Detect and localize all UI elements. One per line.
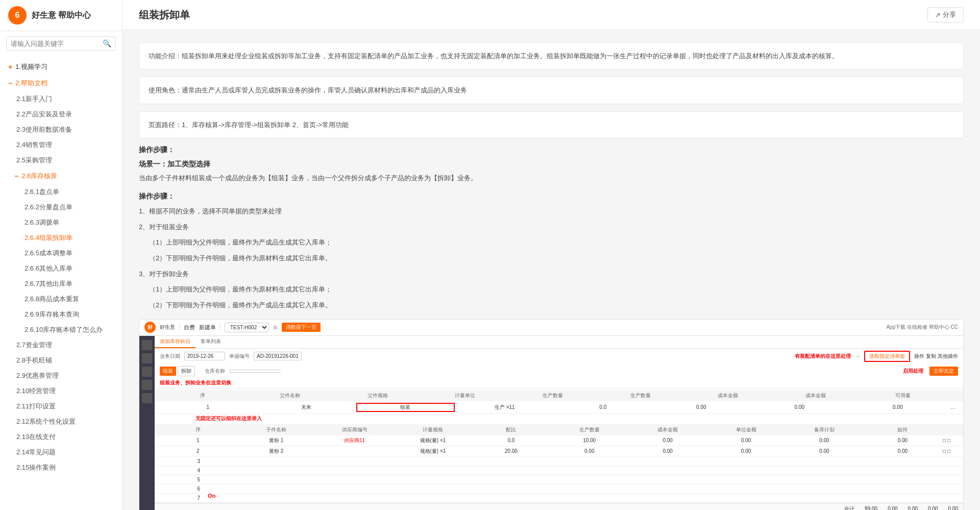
mock-annotation-2: 启用处理	[903, 368, 923, 375]
share-button[interactable]: ↗ 分享	[927, 7, 964, 22]
sidebar-item-video[interactable]: + 1.视频学习	[0, 59, 122, 75]
sidebar-item-docs-2-6-10[interactable]: 2.6.10库存账本错了怎么办	[0, 322, 122, 337]
search-icon[interactable]: 🔍	[103, 39, 111, 47]
mock-lower-row-1: 1 黄粉 1 供应商11 规格(量) ×1 0.0 10.00 0.00 0.0…	[155, 435, 963, 446]
mock-lower-row-3: 3	[155, 457, 963, 466]
brand-name: 好生意 帮助中心	[32, 10, 91, 21]
sidebar-item-docs-2-11[interactable]: 2.11打印设置	[0, 399, 122, 414]
main-content: 组装拆卸单 ↗ 分享 功能介绍：组装拆卸单用来处理企业组装或拆卸等加工业务，支持…	[122, 0, 980, 510]
sidebar-item-docs-2-6-2[interactable]: 2.6.2分量盘点单	[0, 200, 122, 215]
mock-top-icons: App下载 在线检修 帮助中心 CC	[886, 324, 958, 331]
sidebar-item-docs-2-3[interactable]: 2.3使用前数据准备	[0, 122, 122, 137]
logo-circle: 6	[8, 6, 27, 25]
sidebar-item-docs-2-4[interactable]: 2.4销售管理	[0, 137, 122, 153]
mock-th-col6: 生产数量	[598, 392, 683, 399]
sidebar-item-docs-2-1[interactable]: 2.1新手入门	[0, 91, 122, 107]
mock-warehouse-label: 仓库名称	[205, 368, 225, 375]
sidebar-item-docs-2-8[interactable]: 2.8手机旺铺	[0, 353, 122, 368]
user-role-box: 使用角色：通常由生产人员或库管人员完成拆装业务的操作，库管人员确认原材料的出库和…	[139, 77, 964, 104]
mock-row1-col6: 0.00	[751, 404, 848, 410]
sidebar-item-docs-2-14[interactable]: 2.14常见问题	[0, 445, 122, 460]
mock-nav-icon-2[interactable]	[142, 353, 152, 363]
mock-lth-col3: 计量规格	[395, 426, 471, 433]
mock-divider-1	[155, 388, 963, 389]
feature-intro-text: 功能介绍：组装拆卸单用来处理企业组装或拆卸等加工业务，支持有固定装配清单的产品加…	[149, 50, 954, 62]
search-input[interactable]	[11, 40, 103, 47]
mock-row1-ops[interactable]: …	[948, 404, 958, 410]
step3-1: （1）上部明细为父件明细，最终作为原材料生成其它出库单；	[139, 283, 964, 296]
sidebar-item-docs-2-6[interactable]: − 2.6库存核算	[0, 168, 122, 184]
mock-assemble-btn[interactable]: 组装	[160, 367, 176, 376]
mock-btn-next[interactable]: 消数据下一页	[282, 323, 321, 332]
mock-nav-icon-5[interactable]	[142, 393, 152, 403]
mock-bill-input[interactable]: AD-20191226-001	[254, 352, 302, 360]
sidebar-item-docs-2-6-8[interactable]: 2.6.8商品成本重算	[0, 292, 122, 307]
scene-one-title: 场景一：加工类型选择	[139, 160, 964, 169]
mock-form-row-2: 组装 拆卸 仓库名称 启用处理 立即实定	[155, 364, 963, 378]
sidebar-item-docs-2-6-6[interactable]: 2.6.6其他入库单	[0, 261, 122, 276]
mock-nav-icon-4[interactable]	[142, 380, 152, 390]
expand-icon-docs-2-6: −	[14, 172, 18, 180]
sidebar-item-docs-2-10[interactable]: 2.10经营管理	[0, 383, 122, 399]
mock-disassemble-btn[interactable]: 拆卸	[178, 366, 195, 376]
sidebar-item-docs-2-15[interactable]: 2.15操作案例	[0, 460, 122, 475]
mock-app: 好 好生意 自费 新建单 TEST-H002 ⚙ 消数据下一页 App下载 在线…	[139, 320, 963, 510]
sidebar-item-docs-2-5[interactable]: 2.5采购管理	[0, 153, 122, 168]
sidebar-item-docs-2-9[interactable]: 2.9优惠券管理	[0, 368, 122, 383]
sidebar-item-docs-2-2[interactable]: 2.2产品安装及登录	[0, 107, 122, 122]
mock-nav-icon-3[interactable]	[142, 367, 152, 377]
sidebar-item-docs-2-6-4[interactable]: 2.6.4组装拆卸单	[0, 230, 122, 246]
step3: 3、对于拆卸业务	[139, 268, 964, 281]
mock-tab-add[interactable]: 添加库存科目	[155, 336, 195, 348]
mock-footer-v5: 0.00	[948, 506, 958, 510]
mock-table-header-lower: 序 子件名称 供应商编号 计量规格 配比 生产数量 成本金额 单位金额 备库计划…	[155, 424, 963, 435]
mock-lower-row-7: 7	[155, 494, 963, 503]
mock-lth-ops	[943, 426, 958, 433]
mock-tab-list[interactable]: 客单列表	[195, 336, 226, 348]
sidebar-item-docs-2-6-7[interactable]: 2.6.7其他出库单	[0, 276, 122, 292]
mock-btn-fixed[interactable]: 选取固定清单套	[864, 351, 910, 362]
sidebar-item-docs-2-12[interactable]: 2.12系统个性化设置	[0, 414, 122, 429]
mock-bill-label: 单据编号	[229, 353, 250, 360]
mock-annotation-1: 有装配清单的在这里处理	[795, 353, 851, 360]
mock-btn-confirm[interactable]: 立即实定	[929, 367, 958, 376]
mock-annotation-no-fixed: 无固定还可以组织在这里录入	[155, 414, 963, 422]
page-title: 组装拆卸单	[139, 8, 190, 22]
mock-warehouse-input[interactable]	[229, 370, 280, 373]
mock-row1-col1: 关米	[258, 404, 355, 411]
mock-menu-1: 自费	[184, 324, 195, 331]
mock-row1-col7: 0.00	[850, 404, 946, 410]
mock-lower-row-5: 5	[155, 475, 963, 484]
mock-brand: 好生意	[160, 324, 175, 331]
mock-table-row-1: 1 关米 组装 生产 ×11 0.0 0.00 0.00 0.00 …	[155, 401, 963, 414]
user-role-text: 使用角色：通常由生产人员或库管人员完成拆装业务的操作，库管人员确认原材料的出库和…	[149, 84, 954, 96]
steps-content: 1、根据不同的业务，选择不同单据的类型来处理 2、对于组装业务 （1）上部明细为…	[139, 205, 964, 312]
mock-lth-col9: 如何	[865, 426, 941, 433]
mock-th-col3: 父件规格	[335, 392, 421, 399]
mock-nav-icon-1[interactable]	[142, 340, 152, 350]
mock-lth-col8: 备库计划	[786, 426, 862, 433]
sidebar-item-docs-2-7[interactable]: 2.7资金管理	[0, 337, 122, 353]
mock-row1-col3: 生产 ×11	[457, 404, 553, 411]
mock-th-col5: 生产数量	[510, 392, 596, 399]
nav-tree: + 1.视频学习 − 2.帮助文档 2.1新手入门 2.2产品安装及登录 2.3…	[0, 56, 122, 510]
ops-steps-title: 操作步骤：	[139, 192, 964, 201]
mock-lower-row-2: 2 黄粉 2 规格(量) ×1 20.00 0.00 0.00 0.00 0.0…	[155, 446, 963, 457]
search-box[interactable]: 🔍	[6, 36, 116, 51]
mock-content-panel: 添加库存科目 客单列表 业务日期 2019-12-26 单据编号 AD-2019…	[155, 336, 963, 510]
mock-th-col1: 序	[160, 392, 246, 399]
step2: 2、对于组装业务	[139, 221, 964, 234]
mock-row1-col2[interactable]: 组装	[356, 403, 455, 412]
mock-left-nav	[139, 336, 155, 510]
sidebar-item-docs-2-6-9[interactable]: 2.6.9库存账本查询	[0, 307, 122, 322]
mock-lth-col1: 子件名称	[238, 426, 314, 433]
sidebar-item-docs[interactable]: − 2.帮助文档	[0, 75, 122, 91]
sidebar-item-docs-2-6-1[interactable]: 2.6.1盘点单	[0, 184, 122, 200]
mock-code-select[interactable]: TEST-H002	[225, 323, 269, 332]
mock-footer-v1: $9.00	[865, 506, 877, 510]
mock-th-ops	[948, 392, 958, 399]
mock-date-input[interactable]: 2019-12-26	[184, 352, 225, 360]
sidebar-item-docs-2-6-3[interactable]: 2.6.3调拨单	[0, 215, 122, 230]
sidebar-item-docs-2-13[interactable]: 2.13在线支付	[0, 429, 122, 445]
sidebar-item-docs-2-6-5[interactable]: 2.6.5成本调整单	[0, 246, 122, 261]
